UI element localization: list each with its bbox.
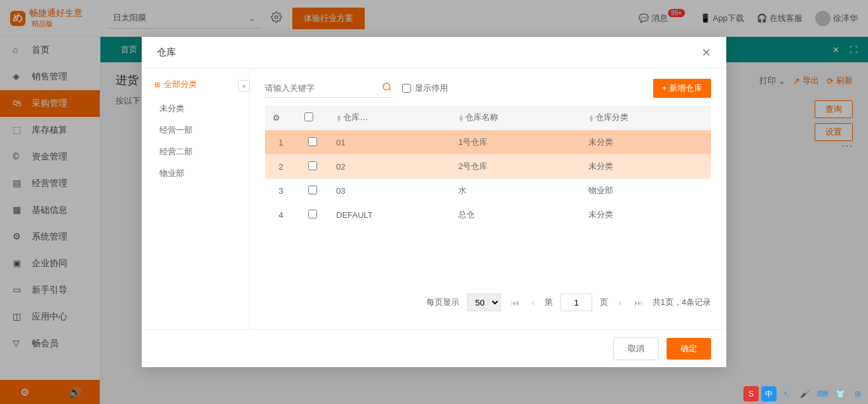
modal-close-button[interactable]: ✕ bbox=[702, 46, 711, 60]
warehouse-table: ⚙ ▲▼仓库… ▲▼仓库名称 ▲▼仓库分类 1 01 1号仓库 未分类 bbox=[265, 105, 711, 227]
sort-icon: ▲▼ bbox=[458, 114, 464, 122]
ime-keyboard-icon[interactable]: ⌨ bbox=[815, 386, 830, 401]
prev-page-button[interactable]: ‹ bbox=[529, 298, 537, 307]
warehouse-modal: 仓库 ✕ ⊞ 全部分类 未分类 经营一部 经营二部 物业部 « bbox=[142, 37, 726, 367]
search-input[interactable] bbox=[265, 83, 382, 93]
row-checkbox[interactable] bbox=[308, 137, 317, 146]
table-row[interactable]: 1 01 1号仓库 未分类 bbox=[265, 130, 711, 155]
page-input[interactable] bbox=[560, 293, 592, 311]
category-item[interactable]: 经营一部 bbox=[142, 119, 249, 141]
confirm-button[interactable]: 确定 bbox=[667, 338, 711, 360]
ime-mic-icon[interactable]: 🎤 bbox=[797, 386, 812, 401]
name-column[interactable]: ▲▼仓库名称 bbox=[451, 105, 581, 130]
checkbox[interactable] bbox=[402, 84, 411, 93]
code-column[interactable]: ▲▼仓库… bbox=[329, 105, 451, 130]
category-item[interactable]: 经营二部 bbox=[142, 141, 249, 163]
ime-grid-icon[interactable]: ⊞ bbox=[850, 386, 865, 401]
ime-punct-icon[interactable]: •, bbox=[779, 386, 794, 401]
search-icon[interactable] bbox=[382, 82, 392, 95]
svg-point-1 bbox=[383, 83, 390, 90]
gear-icon: ⚙ bbox=[273, 113, 280, 123]
ime-taskbar: S 中 •, 🎤 ⌨ 👕 ⊞ bbox=[743, 386, 865, 401]
table-row[interactable]: 2 02 2号仓库 未分类 bbox=[265, 154, 711, 178]
row-checkbox[interactable] bbox=[308, 210, 317, 219]
cancel-button[interactable]: 取消 bbox=[613, 337, 659, 360]
category-panel: ⊞ 全部分类 未分类 经营一部 经营二部 物业部 « bbox=[142, 69, 250, 329]
svg-line-2 bbox=[389, 89, 391, 91]
category-item[interactable]: 物业部 bbox=[142, 163, 249, 184]
row-checkbox[interactable] bbox=[308, 161, 317, 170]
modal-footer: 取消 确定 bbox=[142, 329, 726, 367]
pagination: 每页显示 50 ⏮ ‹ 第 页 › ⏭ 共1页，4条记录 bbox=[265, 286, 711, 319]
table-row[interactable]: 4 DEFAULT 总仓 未分类 bbox=[265, 203, 711, 227]
show-disabled-checkbox[interactable]: 显示停用 bbox=[402, 83, 448, 94]
category-all[interactable]: ⊞ 全部分类 bbox=[142, 79, 249, 98]
table-toolbar: 显示停用 + 新增仓库 bbox=[265, 79, 711, 98]
modal-header: 仓库 ✕ bbox=[142, 37, 726, 69]
settings-column[interactable]: ⚙ bbox=[265, 105, 297, 130]
row-checkbox[interactable] bbox=[308, 185, 317, 194]
search-box bbox=[265, 79, 392, 98]
add-warehouse-button[interactable]: + 新增仓库 bbox=[653, 79, 711, 98]
per-page-select[interactable]: 50 bbox=[467, 293, 501, 311]
ime-skin-icon[interactable]: 👕 bbox=[832, 386, 848, 401]
next-page-button[interactable]: › bbox=[616, 298, 623, 307]
modal-body: ⊞ 全部分类 未分类 经营一部 经营二部 物业部 « 显示停用 bbox=[142, 69, 726, 329]
first-page-button[interactable]: ⏮ bbox=[508, 298, 522, 307]
table-panel: 显示停用 + 新增仓库 ⚙ ▲▼仓库… ▲▼仓库名称 ▲▼仓库分类 1 bbox=[250, 69, 726, 329]
last-page-button[interactable]: ⏭ bbox=[632, 298, 645, 307]
sort-icon: ▲▼ bbox=[336, 114, 342, 122]
category-column[interactable]: ▲▼仓库分类 bbox=[581, 105, 711, 130]
category-item[interactable]: 未分类 bbox=[142, 98, 249, 119]
modal-title: 仓库 bbox=[157, 46, 176, 58]
ime-lang-icon[interactable]: 中 bbox=[761, 386, 776, 401]
ime-icon[interactable]: S bbox=[743, 386, 759, 401]
table-row[interactable]: 3 03 水 物业部 bbox=[265, 178, 711, 203]
pagination-total: 共1页，4条记录 bbox=[653, 297, 711, 308]
select-all-checkbox[interactable] bbox=[304, 112, 313, 121]
sort-icon: ▲▼ bbox=[588, 114, 594, 122]
checkbox-column bbox=[297, 105, 329, 130]
grid-icon: ⊞ bbox=[154, 81, 160, 89]
collapse-panel-button[interactable]: « bbox=[238, 80, 250, 91]
table-header-row: ⚙ ▲▼仓库… ▲▼仓库名称 ▲▼仓库分类 bbox=[265, 105, 711, 130]
